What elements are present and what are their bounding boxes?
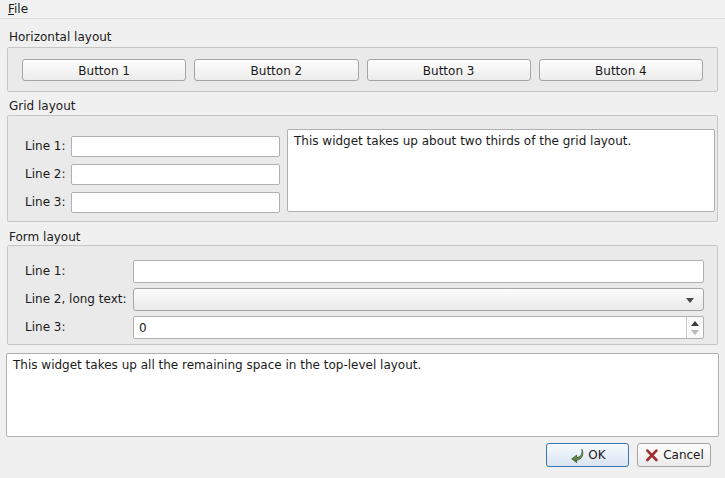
chevron-down-icon <box>686 298 694 303</box>
form-line2-combobox[interactable] <box>133 288 704 311</box>
menubar: File <box>0 0 725 19</box>
horizontal-button-row: Button 1 Button 2 Button 3 Button 4 <box>8 48 717 92</box>
form-line1-input[interactable] <box>133 260 704 283</box>
basic-layouts-window: File Horizontal layout Button 1 Button 2… <box>0 0 725 478</box>
grid-text-edit[interactable]: This widget takes up about two thirds of… <box>287 129 715 212</box>
ok-button[interactable]: OK <box>546 443 629 467</box>
grid-line2-input[interactable] <box>71 164 280 185</box>
form-line3-spinbox[interactable] <box>133 316 704 339</box>
grid-group-frame: Line 1: Line 2: Line 3: This widget take… <box>7 115 718 222</box>
red-x-icon <box>644 447 660 463</box>
form-line1-label: Line 1: <box>25 260 66 283</box>
menu-file-label-rest: ile <box>14 2 28 16</box>
grid-line2-label: Line 2: <box>25 164 66 185</box>
horizontal-group-frame: Button 1 Button 2 Button 3 Button 4 <box>7 47 718 92</box>
green-return-arrow-icon <box>569 447 585 463</box>
cancel-button[interactable]: Cancel <box>637 443 711 467</box>
spin-down-arrow-icon[interactable] <box>691 330 699 335</box>
button-1[interactable]: Button 1 <box>22 59 186 81</box>
bottom-text-edit[interactable]: This widget takes up all the remaining s… <box>6 353 719 437</box>
button-2[interactable]: Button 2 <box>194 59 358 81</box>
spinbox-input[interactable] <box>134 317 703 338</box>
form-line2-label: Line 2, long text: <box>25 288 127 311</box>
spinbox-buttons <box>686 317 703 338</box>
button-3[interactable]: Button 3 <box>367 59 531 81</box>
grid-group-title: Grid layout <box>9 99 75 114</box>
ok-button-label: OK <box>588 448 605 462</box>
grid-line1-label: Line 1: <box>25 136 66 157</box>
cancel-button-label: Cancel <box>663 448 704 462</box>
spin-up-arrow-icon[interactable] <box>691 321 699 326</box>
form-line3-label: Line 3: <box>25 316 66 339</box>
grid-line3-input[interactable] <box>71 192 280 213</box>
grid-line3-label: Line 3: <box>25 192 66 213</box>
form-group-title: Form layout <box>9 230 80 245</box>
horizontal-group-title: Horizontal layout <box>9 30 112 45</box>
grid-line1-input[interactable] <box>71 136 280 157</box>
menu-file[interactable]: File <box>0 0 37 19</box>
button-4[interactable]: Button 4 <box>539 59 703 81</box>
form-group-frame: Line 1: Line 2, long text: Line 3: <box>7 245 718 345</box>
